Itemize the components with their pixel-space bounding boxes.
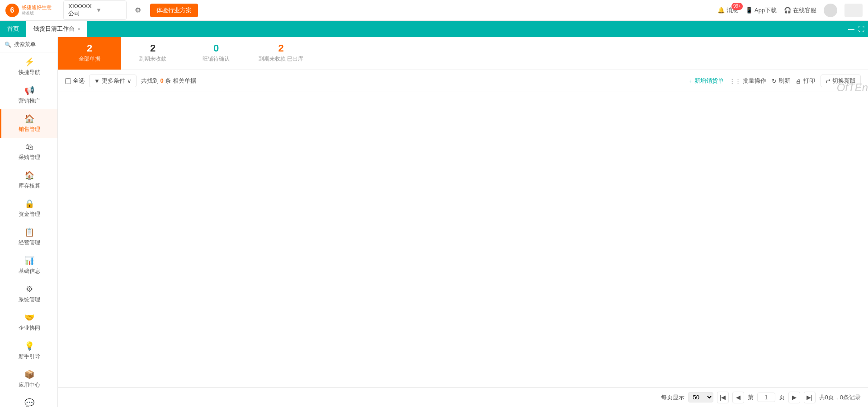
- switch-icon: ⇄: [826, 78, 830, 84]
- sidebar-item-system[interactable]: ⚙ 系统管理: [0, 280, 57, 308]
- switch-button[interactable]: ⇄ 切换新版: [821, 75, 861, 87]
- stat-card-shipped[interactable]: 2 到期未收款 已出库: [248, 37, 314, 70]
- tab-minimize-icon[interactable]: —: [848, 25, 854, 33]
- print-icon: 🖨: [796, 78, 802, 84]
- next-page-button[interactable]: ▶: [788, 392, 800, 403]
- nav-tabs: 首页 钱货日清工作台 × — ⛶: [0, 21, 868, 37]
- sidebar-label: 销售管理: [19, 126, 40, 133]
- base-info-icon: 📊: [24, 256, 34, 266]
- search-icon: 🔍: [5, 42, 11, 48]
- sidebar-item-marketing[interactable]: 📢 营销推广: [0, 81, 57, 109]
- add-label: 新增销货单: [694, 77, 724, 85]
- online-service-button[interactable]: 🎧 在线客服: [784, 6, 816, 14]
- sidebar-item-wechat[interactable]: 💬 企业微信: [0, 393, 57, 407]
- system-icon: ⚙: [26, 284, 33, 294]
- message-button[interactable]: 🔔 消息 99+: [717, 6, 738, 14]
- per-page-select[interactable]: 50 100 200: [688, 392, 713, 402]
- sidebar-item-operations[interactable]: 📋 经营管理: [0, 223, 57, 251]
- filter-label: 更多条件: [102, 77, 125, 85]
- sidebar-item-guide[interactable]: 💡 新手引导: [0, 337, 57, 365]
- logo-icon: 6: [5, 4, 19, 17]
- refresh-button[interactable]: ↻ 刷新: [772, 77, 790, 85]
- avatar[interactable]: [824, 4, 837, 17]
- found-count: 0: [160, 77, 164, 84]
- logo-badge: 标准版: [22, 10, 52, 16]
- toolbar: 全选 ▼ 更多条件 ∨ 共找到 0 条 相关单据 + 新增销货单: [58, 70, 868, 92]
- found-text: 共找到 0 条 相关单据: [141, 77, 196, 85]
- filter-button[interactable]: ▼ 更多条件 ∨: [89, 75, 137, 87]
- filter-chevron-icon: ∨: [127, 78, 132, 84]
- table-area: [58, 92, 868, 387]
- sidebar-item-app-center[interactable]: 📦 应用中心: [0, 365, 57, 393]
- stat-label-shipped: 到期未收款 已出库: [259, 55, 303, 63]
- app-download-button[interactable]: 📱 App下载: [745, 6, 777, 14]
- sidebar-label: 应用中心: [19, 381, 40, 389]
- page-unit: 页: [779, 393, 785, 402]
- found-prefix: 共找到: [141, 77, 159, 84]
- inventory-icon: 🏠: [24, 170, 34, 180]
- sidebar-label: 企业协同: [19, 324, 40, 332]
- toolbar-left: 全选 ▼ 更多条件 ∨ 共找到 0 条 相关单据: [65, 75, 196, 87]
- finance-icon: 🔒: [24, 199, 34, 209]
- batch-button[interactable]: ⋮⋮ 批量操作: [729, 77, 766, 85]
- select-all-checkbox[interactable]: 全选: [65, 77, 85, 85]
- sidebar-item-finance[interactable]: 🔒 资金管理: [0, 194, 57, 223]
- sidebar-label: 采购管理: [19, 154, 40, 161]
- experience-button[interactable]: 体验行业方案: [150, 4, 198, 17]
- prev-page-button[interactable]: ◀: [732, 392, 744, 403]
- app-download-label: App下载: [755, 6, 777, 14]
- sidebar-item-inventory[interactable]: 🏠 库存核算: [0, 166, 57, 194]
- tab-close-icon[interactable]: ×: [77, 26, 80, 32]
- header-right: 🔔 消息 99+ 📱 App下载 🎧 在线客服: [717, 4, 863, 17]
- sidebar-label: 资金管理: [19, 211, 40, 218]
- logo-area: 6 畅捷通好生意 标准版: [5, 4, 63, 17]
- sidebar-item-sales[interactable]: 🏠 销售管理: [0, 109, 57, 138]
- found-suffix: 相关单据: [173, 77, 196, 84]
- sidebar-label: 经营管理: [19, 239, 40, 247]
- tab-active[interactable]: 钱货日清工作台 ×: [26, 21, 87, 37]
- sidebar-item-purchase[interactable]: 🛍 采购管理: [0, 138, 57, 166]
- tab-maximize-icon[interactable]: ⛶: [858, 25, 864, 33]
- company-selector[interactable]: XXXXXX公司 ▼: [63, 0, 127, 20]
- stat-num-shipped: 2: [259, 42, 303, 54]
- user-info[interactable]: [844, 4, 863, 17]
- sidebar-search[interactable]: 🔍 搜索菜单: [0, 37, 57, 52]
- stat-num-overdue: 2: [132, 42, 174, 54]
- page-label: 第: [748, 393, 754, 402]
- total-info: 共0页，0条记录: [819, 393, 861, 402]
- stat-label-all: 全部单据: [69, 55, 110, 63]
- page-input[interactable]: [757, 393, 775, 402]
- tab-label: 钱货日清工作台: [33, 25, 75, 33]
- add-sale-button[interactable]: + 新增销货单: [689, 77, 724, 85]
- sidebar-item-cooperation[interactable]: 🤝 企业协同: [0, 308, 57, 337]
- company-name: XXXXXX公司: [68, 3, 94, 18]
- sidebar: 🔍 搜索菜单 ⚡ 快捷导航 📢 营销推广 🏠 销售管理 🛍 采购管理 🏠 库存核…: [0, 37, 58, 407]
- sidebar-item-base-info[interactable]: 📊 基础信息: [0, 251, 57, 280]
- refresh-icon: ↻: [772, 78, 777, 84]
- stat-card-all[interactable]: 2 全部单据: [58, 37, 121, 70]
- message-badge: 99+: [731, 3, 743, 10]
- stat-card-wangpu[interactable]: 0 旺铺待确认: [184, 37, 248, 70]
- quick-nav-icon: ⚡: [24, 57, 34, 67]
- stats-row: 2 全部单据 2 到期未收款 0 旺铺待确认 2 到期未收款 已出库: [58, 37, 868, 70]
- settings-button[interactable]: ⚙: [131, 4, 145, 17]
- sidebar-label: 系统管理: [19, 296, 40, 304]
- guide-icon: 💡: [24, 341, 34, 351]
- tab-home[interactable]: 首页: [0, 21, 26, 37]
- top-header: 6 畅捷通好生意 标准版 XXXXXX公司 ▼ ⚙ 体验行业方案 🔔 消息 99…: [0, 0, 868, 21]
- download-icon: 📱: [745, 7, 753, 14]
- sidebar-item-quick-nav[interactable]: ⚡ 快捷导航: [0, 52, 57, 81]
- marketing-icon: 📢: [24, 85, 34, 95]
- operations-icon: 📋: [24, 227, 34, 237]
- select-all-input[interactable]: [65, 78, 71, 84]
- logo-text: 畅捷通好生意: [22, 4, 52, 10]
- stat-card-overdue[interactable]: 2 到期未收款: [121, 37, 184, 70]
- chevron-down-icon: ▼: [96, 7, 122, 14]
- first-page-button[interactable]: |◀: [717, 392, 729, 403]
- app-center-icon: 📦: [24, 370, 34, 379]
- last-page-button[interactable]: ▶|: [804, 392, 816, 403]
- wechat-icon: 💬: [24, 398, 34, 407]
- print-button[interactable]: 🖨 打印: [796, 77, 815, 85]
- refresh-label: 刷新: [778, 77, 790, 85]
- sidebar-label: 库存核算: [19, 182, 40, 190]
